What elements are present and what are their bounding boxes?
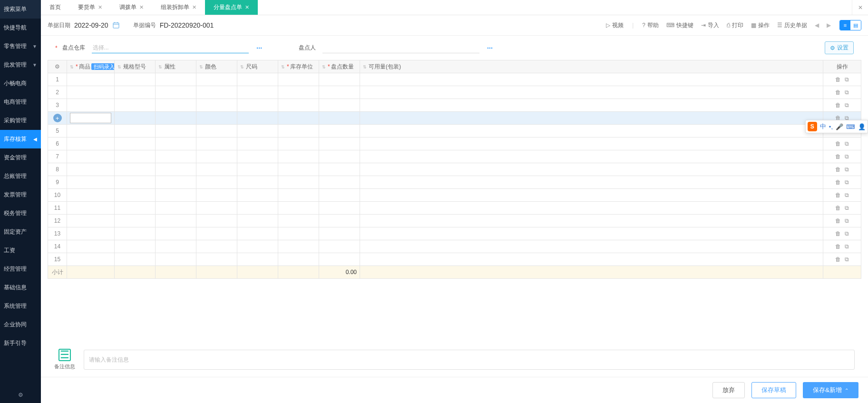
- copy-row-icon[interactable]: ⧉: [845, 179, 849, 186]
- nav-prev[interactable]: ◀: [813, 22, 821, 29]
- cell-product[interactable]: [67, 125, 115, 138]
- cell-qty[interactable]: [319, 138, 360, 150]
- sidebar-item-retail[interactable]: 零售管理▼: [0, 37, 41, 56]
- cell-product[interactable]: [67, 163, 115, 176]
- cell-product[interactable]: [67, 240, 115, 253]
- delete-row-icon[interactable]: 🗑: [835, 140, 841, 147]
- cell-spec[interactable]: [115, 99, 156, 112]
- delete-row-icon[interactable]: 🗑: [835, 243, 841, 250]
- cell-product[interactable]: [67, 99, 115, 112]
- table-row[interactable]: 6🗑⧉: [48, 138, 861, 150]
- tab-assembly[interactable]: 组装拆卸单✕: [152, 0, 205, 15]
- cell-size[interactable]: [237, 240, 278, 253]
- sidebar-item-inventory[interactable]: 库存核算◀: [0, 130, 41, 148]
- table-row[interactable]: 2🗑⧉: [48, 86, 861, 99]
- cell-unit[interactable]: [278, 240, 319, 253]
- close-icon[interactable]: ✕: [98, 4, 102, 10]
- col-unit[interactable]: ⇅*库存单位: [278, 60, 319, 73]
- cell-size[interactable]: [237, 138, 278, 150]
- ime-mic-icon[interactable]: 🎤: [836, 123, 843, 130]
- cell-spec[interactable]: [115, 125, 156, 138]
- close-icon[interactable]: ✕: [192, 4, 196, 10]
- cell-color[interactable]: [196, 215, 237, 227]
- remark-input[interactable]: [84, 350, 855, 370]
- sidebar-item-xiaochang[interactable]: 小畅电商: [0, 74, 41, 93]
- col-spec[interactable]: ⇅规格型号: [115, 60, 156, 73]
- cell-unit[interactable]: [278, 176, 319, 189]
- product-cell-input[interactable]: [70, 113, 111, 123]
- table-row[interactable]: 7🗑⧉: [48, 150, 861, 163]
- col-color[interactable]: ⇅颜色: [196, 60, 237, 73]
- cell-attr[interactable]: [156, 86, 196, 99]
- cell-product[interactable]: [67, 150, 115, 163]
- tab-require[interactable]: 要货单✕: [69, 0, 111, 15]
- cell-avail[interactable]: [360, 86, 823, 99]
- cell-avail[interactable]: [360, 138, 823, 150]
- cell-product[interactable]: [67, 189, 115, 202]
- cell-qty[interactable]: [319, 202, 360, 215]
- cell-product[interactable]: [67, 202, 115, 215]
- copy-row-icon[interactable]: ⧉: [845, 166, 849, 173]
- ime-punct-icon[interactable]: •,: [829, 123, 833, 130]
- delete-row-icon[interactable]: 🗑: [835, 179, 841, 186]
- cell-product[interactable]: [67, 215, 115, 227]
- cell-spec[interactable]: [115, 240, 156, 253]
- cell-unit[interactable]: [278, 125, 319, 138]
- cell-size[interactable]: [237, 73, 278, 86]
- cell-product[interactable]: [67, 253, 115, 266]
- cell-spec[interactable]: [115, 215, 156, 227]
- cell-avail[interactable]: [360, 112, 823, 125]
- cell-spec[interactable]: [115, 202, 156, 215]
- col-qty[interactable]: ⇅*盘点数量: [319, 60, 360, 73]
- cell-spec[interactable]: [115, 176, 156, 189]
- table-row[interactable]: +🗑⧉: [48, 112, 861, 125]
- sidebar-item-funds[interactable]: 资金管理: [0, 148, 41, 167]
- cell-attr[interactable]: [156, 240, 196, 253]
- sidebar-item-search-menu[interactable]: 搜索菜单: [0, 0, 41, 19]
- cell-attr[interactable]: [156, 202, 196, 215]
- sidebar-item-wholesale[interactable]: 批发管理▼: [0, 56, 41, 74]
- sidebar-item-system[interactable]: 系统管理: [0, 297, 41, 315]
- sidebar-item-tax[interactable]: 税务管理: [0, 204, 41, 223]
- cell-avail[interactable]: [360, 73, 823, 86]
- sidebar-item-collab[interactable]: 企业协同: [0, 315, 41, 334]
- cell-avail[interactable]: [360, 253, 823, 266]
- add-row-icon[interactable]: +: [53, 114, 62, 122]
- cell-product[interactable]: [67, 227, 115, 240]
- cell-attr[interactable]: [156, 125, 196, 138]
- col-avail[interactable]: ⇅可用量(包装): [360, 60, 823, 73]
- cell-color[interactable]: [196, 73, 237, 86]
- cell-qty[interactable]: [319, 176, 360, 189]
- delete-row-icon[interactable]: 🗑: [835, 217, 841, 224]
- cell-spec[interactable]: [115, 73, 156, 86]
- table-row[interactable]: 8🗑⧉: [48, 163, 861, 176]
- cell-size[interactable]: [237, 215, 278, 227]
- table-row[interactable]: 14🗑⧉: [48, 240, 861, 253]
- cell-color[interactable]: [196, 150, 237, 163]
- delete-row-icon[interactable]: 🗑: [835, 256, 841, 263]
- cell-color[interactable]: [196, 125, 237, 138]
- cell-attr[interactable]: [156, 215, 196, 227]
- cell-unit[interactable]: [278, 112, 319, 125]
- col-gear[interactable]: ⚙: [48, 60, 67, 73]
- cell-qty[interactable]: [319, 163, 360, 176]
- sidebar-item-purchase[interactable]: 采购管理: [0, 111, 41, 130]
- cell-attr[interactable]: [156, 163, 196, 176]
- sidebar-item-ecommerce[interactable]: 电商管理: [0, 93, 41, 111]
- cell-avail[interactable]: [360, 189, 823, 202]
- scan-badge[interactable]: 扫码录入: [91, 63, 115, 70]
- ime-toolbar[interactable]: S 中 •, 🎤 ⌨ 👤: [805, 120, 868, 133]
- cell-size[interactable]: [237, 150, 278, 163]
- cell-attr[interactable]: [156, 138, 196, 150]
- cell-size[interactable]: [237, 125, 278, 138]
- cell-attr[interactable]: [156, 227, 196, 240]
- cell-unit[interactable]: [278, 99, 319, 112]
- cell-avail[interactable]: [360, 99, 823, 112]
- tab-stock-check[interactable]: 分量盘点单✕: [205, 0, 258, 15]
- ime-lang[interactable]: 中: [820, 122, 826, 131]
- tabs-close-all[interactable]: ✕: [852, 0, 868, 15]
- save-new-button[interactable]: 保存&新增⌃: [803, 382, 858, 398]
- view-card-icon[interactable]: ▤: [850, 20, 861, 30]
- tab-home[interactable]: 首页: [41, 0, 69, 15]
- delete-row-icon[interactable]: 🗑: [835, 192, 841, 198]
